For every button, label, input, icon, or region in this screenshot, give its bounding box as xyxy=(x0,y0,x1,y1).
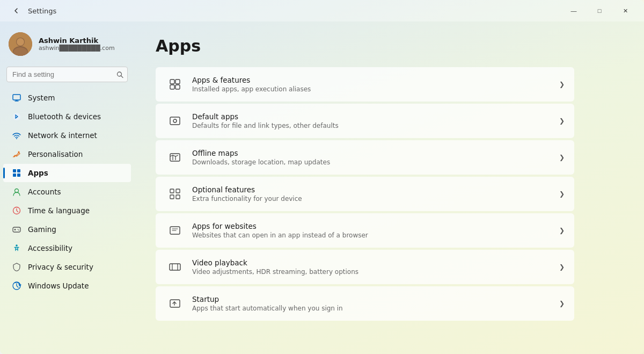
apps-features-title: Apps & features xyxy=(192,76,559,84)
setting-offline-maps[interactable]: Offline maps Downloads, storage location… xyxy=(156,140,574,175)
sidebar-item-bluetooth-label: Bluetooth & devices xyxy=(28,112,101,121)
optional-features-title: Optional features xyxy=(192,185,559,194)
video-playback-chevron: ❯ xyxy=(559,263,565,271)
sidebar-item-windows-update[interactable]: Windows Update xyxy=(3,277,131,295)
time-icon xyxy=(12,206,21,215)
svg-rect-14 xyxy=(17,169,20,172)
titlebar: Settings — □ ✕ xyxy=(0,0,644,21)
sidebar-item-accounts-label: Accounts xyxy=(28,187,61,196)
minimize-button[interactable]: — xyxy=(561,2,586,19)
apps-websites-icon xyxy=(165,221,185,240)
sidebar-item-personalisation[interactable]: Personalisation xyxy=(3,145,131,163)
svg-rect-28 xyxy=(170,85,174,89)
setting-apps-websites[interactable]: Apps for websites Websites that can open… xyxy=(156,213,574,248)
svg-rect-29 xyxy=(175,85,180,89)
default-apps-title: Default apps xyxy=(192,112,559,121)
sidebar-item-accessibility-label: Accessibility xyxy=(28,244,72,252)
back-button[interactable] xyxy=(9,3,24,18)
setting-optional-features[interactable]: Optional features Extra functionality fo… xyxy=(156,177,574,211)
accessibility-icon xyxy=(12,243,21,253)
search-icon xyxy=(116,71,123,78)
sidebar-item-system[interactable]: System xyxy=(3,89,131,107)
svg-rect-26 xyxy=(170,80,174,84)
svg-point-23 xyxy=(18,230,19,231)
main-layout: Ashwin Karthik ashwin█████████.com xyxy=(0,21,644,354)
svg-rect-16 xyxy=(17,174,20,177)
startup-chevron: ❯ xyxy=(559,300,565,307)
user-info: Ashwin Karthik ashwin█████████.com xyxy=(39,37,115,52)
avatar xyxy=(9,32,32,56)
accounts-icon xyxy=(12,187,21,197)
svg-rect-36 xyxy=(176,195,180,199)
sidebar-item-accounts[interactable]: Accounts xyxy=(3,183,131,201)
svg-rect-7 xyxy=(13,95,20,100)
apps-features-desc: Installed apps, app execution aliases xyxy=(192,85,559,93)
optional-features-icon xyxy=(165,184,185,204)
svg-point-3 xyxy=(17,38,24,46)
svg-rect-38 xyxy=(170,264,180,270)
sidebar-item-accessibility[interactable]: Accessibility xyxy=(3,239,131,257)
sidebar-item-privacy-label: Privacy & security xyxy=(28,263,93,271)
offline-maps-icon xyxy=(165,148,185,167)
svg-rect-33 xyxy=(170,189,174,193)
svg-rect-19 xyxy=(13,227,20,232)
setting-default-apps[interactable]: Default apps Defaults for file and link … xyxy=(156,104,574,138)
svg-rect-32 xyxy=(170,154,180,161)
sidebar-item-network[interactable]: Network & internet xyxy=(3,126,131,145)
bluetooth-icon xyxy=(12,112,21,121)
svg-point-31 xyxy=(173,119,177,122)
optional-features-desc: Extra functionality for your device xyxy=(192,195,559,203)
apps-websites-title: Apps for websites xyxy=(192,222,559,230)
content-area: Apps Apps & features Installed xyxy=(134,21,644,354)
apps-features-chevron: ❯ xyxy=(559,81,565,88)
sidebar: Ashwin Karthik ashwin█████████.com xyxy=(0,21,134,354)
titlebar-title: Settings xyxy=(28,7,56,15)
startup-text: Startup Apps that start automatically wh… xyxy=(192,295,559,312)
default-apps-chevron: ❯ xyxy=(559,117,565,125)
setting-apps-features[interactable]: Apps & features Installed apps, app exec… xyxy=(156,67,574,102)
system-icon xyxy=(12,93,21,103)
svg-line-6 xyxy=(121,76,123,78)
windows-update-icon xyxy=(12,281,21,291)
setting-startup[interactable]: Startup Apps that start automatically wh… xyxy=(156,286,574,321)
svg-rect-27 xyxy=(175,80,180,84)
svg-rect-30 xyxy=(170,117,180,125)
user-name: Ashwin Karthik xyxy=(39,37,115,45)
network-icon xyxy=(12,131,21,140)
offline-maps-desc: Downloads, storage location, map updates xyxy=(192,158,559,166)
sidebar-item-gaming[interactable]: Gaming xyxy=(3,220,131,239)
svg-point-10 xyxy=(13,113,20,120)
maximize-button[interactable]: □ xyxy=(587,2,612,19)
optional-features-text: Optional features Extra functionality fo… xyxy=(192,185,559,203)
svg-rect-15 xyxy=(13,174,16,177)
sidebar-item-bluetooth[interactable]: Bluetooth & devices xyxy=(3,107,131,126)
apps-features-icon xyxy=(165,75,185,94)
default-apps-desc: Defaults for file and link types, other … xyxy=(192,122,559,129)
privacy-icon xyxy=(12,262,21,272)
startup-title: Startup xyxy=(192,295,559,304)
user-email: ashwin█████████.com xyxy=(39,45,115,52)
sidebar-item-privacy[interactable]: Privacy & security xyxy=(3,258,131,276)
default-apps-text: Default apps Defaults for file and link … xyxy=(192,112,559,129)
search-input[interactable] xyxy=(6,67,128,82)
search-box xyxy=(6,67,128,82)
apps-websites-chevron: ❯ xyxy=(559,227,565,234)
sidebar-item-time[interactable]: Time & language xyxy=(3,201,131,220)
sidebar-item-system-label: System xyxy=(28,93,55,102)
sidebar-item-apps[interactable]: Apps xyxy=(3,164,131,182)
titlebar-left: Settings xyxy=(9,3,56,18)
sidebar-item-windows-update-label: Windows Update xyxy=(28,281,89,290)
close-button[interactable]: ✕ xyxy=(613,2,638,19)
window-controls: — □ ✕ xyxy=(561,2,638,19)
svg-rect-34 xyxy=(176,189,180,193)
video-playback-text: Video playback Video adjustments, HDR st… xyxy=(192,258,559,276)
page-title: Apps xyxy=(156,37,623,55)
svg-rect-13 xyxy=(13,169,16,172)
video-playback-title: Video playback xyxy=(192,258,559,267)
svg-rect-41 xyxy=(170,300,180,307)
apps-websites-desc: Websites that can open in an app instead… xyxy=(192,232,559,239)
svg-point-11 xyxy=(16,138,17,139)
svg-point-12 xyxy=(18,151,20,153)
startup-desc: Apps that start automatically when you s… xyxy=(192,305,559,312)
setting-video-playback[interactable]: Video playback Video adjustments, HDR st… xyxy=(156,250,574,284)
